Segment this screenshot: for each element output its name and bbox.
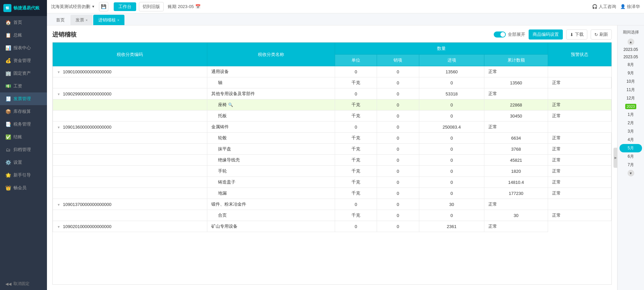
tab-invoices[interactable]: 发票 ×: [70, 15, 93, 25]
sidebar-item-tax[interactable]: 📑 税务管理: [0, 118, 47, 131]
nav-up-button[interactable]: ▲: [628, 39, 634, 45]
sidebar-item-invoices[interactable]: 🧾 发票管理: [0, 92, 47, 105]
group-name: 锻件、粉末冶金件: [207, 199, 335, 210]
child-cumulative: 13560: [484, 77, 548, 88]
child-unit: 千克: [335, 77, 377, 88]
refresh-button[interactable]: ↻ 刷新: [591, 29, 612, 40]
period-3[interactable]: 3月: [620, 127, 642, 136]
tab-home[interactable]: 首页: [51, 15, 70, 25]
child-purchases: 0: [419, 99, 484, 111]
download-icon: ⬇: [570, 32, 574, 37]
right-panel: ▶ 期间选择 ▲ 2023.05 2023.05 8月 9月 10月 11月 1…: [617, 25, 644, 290]
col-status-header: 预警状态: [548, 43, 611, 66]
period-12[interactable]: 12月: [620, 94, 642, 102]
unpin-button[interactable]: ◀◀ 取消固定: [0, 278, 47, 290]
company-name: 沈海英测试经营勿删: [51, 4, 90, 10]
period-10[interactable]: 10月: [620, 77, 642, 86]
tab-check[interactable]: 进销稽核 ×: [93, 15, 124, 25]
period-selector[interactable]: 账期 2023-05 📅: [168, 4, 201, 10]
child-name: 托板: [207, 111, 335, 122]
child-purchases: 0: [419, 144, 484, 155]
sidebar-item-funds[interactable]: 💰 资金管理: [0, 54, 47, 67]
period-9[interactable]: 9月: [620, 69, 642, 77]
group-sales: 0: [335, 66, 377, 77]
sidebar-item-settings[interactable]: ⚙️ 设置: [0, 156, 47, 169]
group-cumulative: 53318: [419, 88, 484, 99]
workbench-button[interactable]: 工作台: [114, 2, 136, 11]
child-sales: 0: [377, 155, 419, 166]
period-6[interactable]: 6月: [620, 152, 642, 161]
period-2023-05-b[interactable]: 2023.05: [620, 53, 642, 61]
main-area: 沈海英测试经营勿删 ▼ 💾 工作台 切到旧版 账期 2023-05 📅 🎧 人工…: [47, 0, 644, 290]
tabbar: 首页 发票 × 进销稽核 ×: [47, 13, 644, 25]
group-purchases: 0: [377, 66, 419, 77]
search-icon[interactable]: 🔍: [228, 102, 233, 107]
child-status: 正常: [548, 77, 611, 88]
expand-icon[interactable]: ▼: [57, 70, 60, 74]
save-button[interactable]: 💾: [99, 2, 108, 11]
child-status: 正常: [548, 99, 611, 111]
sidebar-item-inventory[interactable]: 📦 库存核算: [0, 105, 47, 118]
sidebar-item-payroll[interactable]: 💵 工资: [0, 80, 47, 92]
product-code-button[interactable]: 商品编码设置: [529, 29, 563, 40]
group-purchases: 0: [377, 221, 419, 232]
expand-icon[interactable]: ▼: [57, 126, 60, 129]
save-icon: 💾: [101, 4, 106, 9]
sidebar-item-home[interactable]: 🏠 首页: [0, 16, 47, 29]
period-8[interactable]: 8月: [620, 61, 642, 69]
child-purchases: 0: [419, 210, 484, 221]
expand-icon[interactable]: ▼: [57, 225, 60, 229]
period-1[interactable]: 1月: [620, 111, 642, 119]
table-row: [53, 155, 207, 166]
child-unit: 千克: [335, 188, 377, 199]
period-2023-05-a[interactable]: 2023.05: [620, 46, 642, 53]
child-cumulative: 6634: [484, 133, 548, 144]
table-row: [53, 177, 207, 188]
year-2023[interactable]: 2023: [625, 104, 636, 109]
child-sales: 0: [377, 99, 419, 111]
child-sales: 0: [377, 166, 419, 177]
child-name: 绝缘导线壳: [207, 155, 335, 166]
nav-down-button[interactable]: ▼: [628, 170, 634, 176]
sidebar-item-guide[interactable]: 🌟 新手引导: [0, 169, 47, 182]
period-2[interactable]: 2月: [620, 119, 642, 127]
period-7[interactable]: 7月: [620, 161, 642, 169]
user-profile[interactable]: 👤 徐泽华: [620, 4, 640, 10]
sidebar-item-settlement[interactable]: ✅ 结账: [0, 131, 47, 143]
tab-invoices-close[interactable]: ×: [86, 18, 88, 22]
sidebar-item-reports[interactable]: 📊 报表中心: [0, 42, 47, 54]
sidebar-item-archive[interactable]: 🗂 归档管理: [0, 143, 47, 156]
period-value: 2023-05: [178, 4, 194, 9]
refresh-icon: ↻: [594, 32, 598, 37]
tab-check-close[interactable]: ×: [117, 18, 119, 22]
download-button[interactable]: ⬇ 下载: [566, 29, 587, 40]
toggle-switch[interactable]: [494, 31, 506, 38]
child-purchases: 0: [419, 177, 484, 188]
group-sales: 0: [335, 199, 377, 210]
panel-collapse-button[interactable]: ▶: [613, 148, 618, 168]
child-cumulative: 14810.4: [484, 177, 548, 188]
period-nav-up[interactable]: ▲: [620, 38, 642, 46]
child-purchases: 0: [419, 188, 484, 199]
period-nav-down[interactable]: ▼: [620, 169, 642, 177]
sidebar-item-member[interactable]: 👑 畅会员: [0, 182, 47, 194]
support-button[interactable]: 🎧 人工咨询: [592, 4, 616, 10]
child-cumulative: 30: [484, 210, 548, 221]
sidebar-label-reports: 报表中心: [13, 45, 31, 51]
child-status: 正常: [548, 133, 611, 144]
period-11[interactable]: 11月: [620, 86, 642, 94]
tab-home-label: 首页: [56, 17, 65, 23]
switch-button[interactable]: 切到旧版: [139, 2, 164, 11]
expand-icon[interactable]: ▼: [57, 203, 60, 207]
period-5[interactable]: 5月: [620, 144, 642, 152]
company-selector[interactable]: 沈海英测试经营勿删 ▼: [51, 4, 95, 10]
page-actions: 全部展开 商品编码设置 ⬇ 下载 ↻ 刷新: [494, 29, 612, 40]
child-cumulative: 45821: [484, 155, 548, 166]
sidebar-item-ledger[interactable]: 📋 总账: [0, 29, 47, 42]
expand-icon[interactable]: ▼: [57, 92, 60, 96]
sidebar-item-assets[interactable]: 🏢 固定资产: [0, 67, 47, 80]
dropdown-icon: ▼: [92, 5, 95, 8]
period-4[interactable]: 4月: [620, 136, 642, 144]
content-inner: 进销稽核 全部展开 商品编码设置 ⬇ 下载 ↻ 刷新: [47, 25, 617, 290]
group-name: 矿山专用设备: [207, 221, 335, 232]
